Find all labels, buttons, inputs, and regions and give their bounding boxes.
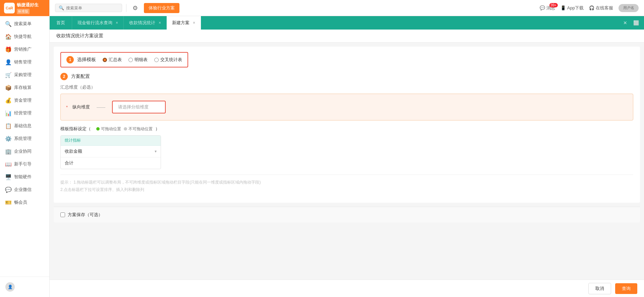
guide-icon: 📖 xyxy=(5,161,11,167)
tab-expand[interactable]: ⬜ xyxy=(632,19,640,27)
tip-line1: 提示： 1.拖动标题栏可以调整布局，不可跨维度或指标区域拖动栏目字段(只能在同一… xyxy=(60,179,633,186)
avatar: 👤 xyxy=(5,282,15,292)
tab-close-receipts[interactable]: × xyxy=(159,20,161,25)
sidebar-item-guide[interactable]: 📖 新手引导 xyxy=(0,158,49,170)
sidebar-item-system[interactable]: ⚙️ 系统管理 xyxy=(0,132,49,145)
dimension-area: * 纵向维度 —— 请选择分组维度 xyxy=(60,94,633,120)
vertical-dimension-label: 纵向维度 xyxy=(72,104,90,110)
tab-receipts[interactable]: 收款情况统计 × xyxy=(124,16,167,30)
bottom-bar: 取消 查询 xyxy=(50,280,644,297)
step2-row: 2 方案配置 xyxy=(60,73,633,80)
tab-cashbank[interactable]: 现金银行流水查询 × xyxy=(72,16,124,30)
logo-text: 畅捷通好生 标准版 xyxy=(17,2,39,14)
page-title: 收款情况统计方案设置 xyxy=(50,30,644,43)
sidebar-logo: CaR 畅捷通好生 标准版 xyxy=(0,0,49,16)
save-checkbox[interactable] xyxy=(60,212,65,217)
settings-button[interactable]: ⚙ xyxy=(130,3,140,13)
operations-icon: 📊 xyxy=(5,110,11,116)
sidebar-item-wechat[interactable]: 💬 企业微信 xyxy=(0,183,49,196)
tabbar: 首页 现金银行流水查询 × 收款情况统计 × 新建方案 × ✕ ⬜ xyxy=(50,16,644,30)
save-label[interactable]: 方案保存（可选） xyxy=(68,212,103,218)
sidebar-item-finance[interactable]: 💰 资金管理 xyxy=(0,94,49,107)
sidebar-item-operations[interactable]: 📊 经营管理 xyxy=(0,107,49,119)
content-area: 收款情况统计方案设置 1 选择模板 汇总表 明细表 xyxy=(50,30,644,280)
amount-dropdown-icon[interactable]: ▾ xyxy=(155,149,157,154)
search-input[interactable] xyxy=(66,6,110,10)
sidebar-item-inventory[interactable]: 📦 库存核算 xyxy=(0,81,49,94)
tab-close-cashbank[interactable]: × xyxy=(116,20,118,25)
toggle-nodrag: 不可拖动位置 xyxy=(124,126,153,132)
tips-section: 提示： 1.拖动标题栏可以调整布局，不可跨维度或指标区域拖动栏目字段(只能在同一… xyxy=(60,175,633,197)
search-box[interactable]: 🔍 xyxy=(55,4,122,12)
basic-icon: 📋 xyxy=(5,123,11,129)
industry-btn[interactable]: 体验行业方案 xyxy=(144,3,179,13)
metric-header: 模板指标设定（ 可拖动位置 不可拖动位置 ） xyxy=(60,126,633,132)
radio-detail[interactable]: 明细表 xyxy=(128,57,148,63)
tab-close-newplan[interactable]: × xyxy=(193,20,195,25)
step1-badge: 1 xyxy=(66,56,74,63)
download-btn[interactable]: 📱 App下载 xyxy=(560,5,584,11)
save-section: 方案保存（可选） xyxy=(54,207,640,222)
logo-icon: CaR xyxy=(4,3,15,13)
sidebar-item-member[interactable]: 🎫 畅会员 xyxy=(0,196,49,209)
sidebar-item-marketing[interactable]: 🎁 营销推广 xyxy=(0,43,49,56)
dimension-row: * 纵向维度 —— 请选择分组维度 xyxy=(66,101,628,113)
metric-section: 模板指标设定（ 可拖动位置 不可拖动位置 ） xyxy=(60,126,633,169)
toggle-close-paren: ） xyxy=(155,126,160,132)
wechat-icon: 💬 xyxy=(5,187,11,193)
messages-btn[interactable]: 💬 消息 99+ xyxy=(540,5,555,11)
required-star: * xyxy=(66,105,68,110)
step2-label: 方案配置 xyxy=(71,73,90,80)
inventory-icon: 📦 xyxy=(5,85,11,91)
radio-cross[interactable]: 交叉统计表 xyxy=(154,57,182,63)
topbar: 🔍 ⚙ 体验行业方案 💬 消息 99+ 📱 App下载 🎧 在线客服 用户名 xyxy=(50,0,644,16)
hardware-icon: 🖥️ xyxy=(5,174,11,180)
collab-icon: 🏢 xyxy=(5,148,11,154)
metric-title: 模板指标设定（ xyxy=(60,126,91,132)
message-badge: 99+ xyxy=(549,3,558,7)
sidebar-item-sales[interactable]: 👤 销售管理 xyxy=(0,56,49,68)
message-icon: 💬 xyxy=(540,5,545,10)
step1-row: 1 选择模板 汇总表 明细表 交叉统计表 xyxy=(60,52,188,67)
metric-table: 统计指标 收款金额 ▾ 合计 xyxy=(60,135,161,169)
search-icon: 🔍 xyxy=(5,21,11,27)
summary-dimension-section: 汇总维度（必选） * 纵向维度 —— 请选择分组维度 xyxy=(60,84,633,120)
sidebar-item-search[interactable]: 🔍 搜索菜单 xyxy=(0,17,49,30)
step1-label: 选择模板 xyxy=(77,57,96,63)
tabbar-controls: ✕ ⬜ xyxy=(617,19,644,27)
sidebar-item-basic[interactable]: 📋 基础信息 xyxy=(0,119,49,132)
service-btn[interactable]: 🎧 在线客服 xyxy=(589,5,613,11)
toggle-draggable: 可拖动位置 xyxy=(96,126,121,132)
sidebar-item-hardware[interactable]: 🖥️ 智能硬件 xyxy=(0,170,49,183)
arrow-icon: —— xyxy=(97,105,105,110)
sidebar-item-purchase[interactable]: 🛒 采购管理 xyxy=(0,68,49,81)
main: 🔍 ⚙ 体验行业方案 💬 消息 99+ 📱 App下载 🎧 在线客服 用户名 xyxy=(50,0,644,297)
sidebar-item-quicknav[interactable]: 🏠 快捷导航 xyxy=(0,30,49,43)
sidebar-footer: 👤 xyxy=(0,277,49,297)
tab-home[interactable]: 首页 xyxy=(50,16,72,30)
topbar-right: 💬 消息 99+ 📱 App下载 🎧 在线客服 用户名 xyxy=(540,4,639,12)
metric-cell-amount: 收款金额 ▾ xyxy=(65,148,157,154)
template-radio-group: 汇总表 明细表 交叉统计表 xyxy=(103,57,182,63)
sidebar: CaR 畅捷通好生 标准版 🔍 搜索菜单 🏠 快捷导航 🎁 营销推广 👤 销售管… xyxy=(0,0,50,297)
step2-badge: 2 xyxy=(60,73,68,80)
sidebar-nav: 🔍 搜索菜单 🏠 快捷导航 🎁 营销推广 👤 销售管理 🛒 采购管理 📦 库存核… xyxy=(0,16,49,277)
sidebar-footer-user[interactable]: 👤 xyxy=(0,280,49,294)
purchase-icon: 🛒 xyxy=(5,72,11,78)
tip-line2: 2.点击标题栏下拉可设置排序、插入列和删除列 xyxy=(60,186,633,194)
dimension-select[interactable]: 请选择分组维度 xyxy=(112,101,166,113)
radio-summary[interactable]: 汇总表 xyxy=(103,57,122,63)
user-avatar[interactable]: 用户名 xyxy=(619,4,639,12)
download-icon: 📱 xyxy=(560,5,566,10)
cancel-button[interactable]: 取消 xyxy=(588,283,611,294)
metric-row-amount: 收款金额 ▾ xyxy=(61,146,161,157)
dimension-title: 汇总维度（必选） xyxy=(60,84,633,90)
home-icon: 🏠 xyxy=(5,34,11,40)
nodrag-dot xyxy=(124,127,127,131)
system-icon: ⚙️ xyxy=(5,136,11,142)
tab-newplan[interactable]: 新建方案 × xyxy=(167,16,201,30)
toggle-group: 可拖动位置 不可拖动位置 ） xyxy=(96,126,160,132)
sidebar-item-collab[interactable]: 🏢 企业协同 xyxy=(0,145,49,158)
tab-close-window[interactable]: ✕ xyxy=(621,19,629,27)
query-button[interactable]: 查询 xyxy=(615,283,637,294)
